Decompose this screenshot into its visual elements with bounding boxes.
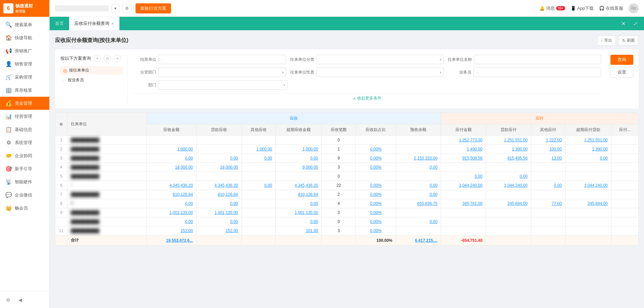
row-overdue-ar[interactable]: 0.00 <box>276 154 322 163</box>
row-overdue-ar[interactable]: 0.00 <box>276 217 322 226</box>
sidebar-item-operation[interactable]: 📊 经营管理 <box>0 110 49 123</box>
sidebar-item-marketing[interactable]: 📢 营销推广 <box>0 44 49 57</box>
row-ar-count[interactable]: 0 <box>322 136 356 145</box>
row-idx[interactable]: 2 <box>55 145 67 154</box>
row-ar-amount[interactable]: 1,001,135.00 <box>147 208 197 217</box>
branch-dept-control[interactable]: ▾ <box>158 68 286 77</box>
row-other-ap[interactable]: 0.00 <box>531 181 565 190</box>
filter-collapse-left-btn[interactable]: « <box>114 55 121 62</box>
row-ar-ratio[interactable]: 0.00% <box>356 217 396 226</box>
row-overdue-ap[interactable]: 1,390.00 <box>565 145 611 154</box>
row-ar-count[interactable]: 0 <box>322 217 356 226</box>
row-ar-ratio[interactable]: 0.00% <box>356 154 396 163</box>
sidebar-item-guide[interactable]: 🎯 新手引导 <box>0 162 49 175</box>
row-overdue-ap[interactable]: 3,044,240.00 <box>565 181 611 190</box>
row-loan-ap[interactable]: 1,390.00 <box>486 145 531 154</box>
row-ar-count[interactable]: 3 <box>322 226 356 235</box>
footer-ar-amount[interactable]: 19,553,472,6... <box>147 235 197 246</box>
row-idx[interactable]: 5 <box>55 172 67 181</box>
query-btn[interactable]: 查询 <box>610 55 633 65</box>
sidebar-item-search-menu[interactable]: 🔍 搜索菜单 <box>0 18 49 31</box>
row-idx[interactable]: 3 <box>55 154 67 163</box>
row-overdue-ar[interactable]: 810,126.64 <box>276 190 322 199</box>
sidebar-item-quick-nav[interactable]: 🏠 快捷导航 <box>0 31 49 44</box>
row-ar-amount[interactable]: 0.00 <box>147 154 197 163</box>
table-settings-icon[interactable]: ⚙ <box>59 122 63 127</box>
row-idx[interactable]: 1 <box>55 136 67 145</box>
row-ar-ratio[interactable]: 0.00% <box>356 163 396 172</box>
tab-ar-ap-close[interactable]: ✕ <box>111 22 114 26</box>
row-ar-count[interactable]: 4 <box>322 199 356 208</box>
row-overdue-ar[interactable]: 4,345,436.20 <box>276 181 322 190</box>
header-gear-btn[interactable]: ⚙ <box>122 4 131 13</box>
row-other-ap[interactable]: 100.00 <box>531 145 565 154</box>
row-ap-amount[interactable]: 915,508.56 <box>441 154 486 163</box>
footer-prepay[interactable]: 6,417,215.... <box>396 235 441 246</box>
row-overdue-ar[interactable]: 0.00 <box>276 199 322 208</box>
row-ar-count[interactable]: 9 <box>322 154 356 163</box>
tab-ar-ap-query[interactable]: 应收应付余额查询 ✕ <box>69 17 119 30</box>
row-loan-ar[interactable]: 152.00 <box>197 226 241 235</box>
row-other-ap[interactable]: 13.00 <box>531 154 565 163</box>
row-other-ar[interactable]: 0.00 <box>241 154 276 163</box>
row-overdue-ar[interactable]: 1,001,135.00 <box>276 208 322 217</box>
row-ar-amount[interactable]: 0.00 <box>147 199 197 208</box>
row-loan-ap[interactable]: 1,251,551.00 <box>486 136 531 145</box>
sidebar-item-hardware[interactable]: 📡 智能硬件 <box>0 175 49 188</box>
export-btn[interactable]: ↑ 导出 <box>597 36 616 45</box>
row-loan-ap[interactable]: 3,044,240.00 <box>486 181 531 190</box>
filter-settings-btn[interactable]: ⊙ <box>104 55 111 62</box>
row-ar-ratio[interactable]: 0.00% <box>356 226 396 235</box>
row-ap-amount[interactable]: 3,044,240.00 <box>441 181 486 190</box>
row-loan-ar[interactable]: 0.00 <box>197 199 241 208</box>
sidebar-item-enterprise[interactable]: 🤝 企业协同 <box>0 149 49 162</box>
setting-btn[interactable]: 设置 <box>610 67 633 78</box>
row-prepay[interactable]: 0.00 <box>396 163 441 172</box>
row-overdue-ar[interactable]: 101.00 <box>276 226 322 235</box>
filter-option-by-staff[interactable]: ○ 按业务员 <box>60 76 123 84</box>
app-download-btn[interactable]: 📱 App下载 <box>571 5 594 11</box>
row-prepay[interactable]: 2,153,333.00 <box>396 154 441 163</box>
row-loan-ar[interactable]: 0.00 <box>197 154 241 163</box>
row-ar-amount[interactable]: 18,000.00 <box>147 163 197 172</box>
row-overdue-ar[interactable]: 1,000.00 <box>276 145 322 154</box>
row-loan-ap[interactable]: 0.00 <box>486 172 531 181</box>
sidebar-item-sales[interactable]: 👤 销售管理 <box>0 57 49 71</box>
row-prepay[interactable]: 0.00 <box>396 217 441 226</box>
row-loan-ap[interactable]: 345,684.00 <box>486 199 531 208</box>
collapse-more-btn[interactable]: ∧ 收起更多条件 <box>133 93 601 103</box>
row-ar-ratio[interactable]: 0.00% <box>356 190 396 199</box>
row-ar-count[interactable]: 3 <box>322 163 356 172</box>
row-ar-count[interactable]: 1 <box>322 145 356 154</box>
row-ar-count[interactable]: 0 <box>322 172 356 181</box>
row-overdue-ar[interactable]: 9,000.00 <box>276 163 322 172</box>
row-overdue-ap[interactable]: 1,251,551.00 <box>565 136 611 145</box>
filter-add-btn[interactable]: + <box>94 55 101 62</box>
row-ar-count[interactable]: 22 <box>322 181 356 190</box>
online-service-btn[interactable]: 🎧 在线客服 <box>599 5 623 11</box>
row-prepay[interactable]: 655,636.75 <box>396 199 441 208</box>
row-other-ar[interactable]: 0.00 <box>241 181 276 190</box>
row-loan-ar[interactable]: 4,345,436.20 <box>197 181 241 190</box>
header-dropdown-btn[interactable]: ▾ <box>111 4 119 12</box>
row-overdue-ap[interactable]: 345,684.00 <box>565 199 611 208</box>
row-ar-amount[interactable]: 810,126.64 <box>147 190 197 199</box>
th-settings[interactable]: ⚙ <box>55 113 67 136</box>
tab-home[interactable]: 首页 <box>50 17 69 30</box>
row-ar-amount[interactable]: 152.00 <box>147 226 197 235</box>
row-ap-amount[interactable]: 0.00 <box>441 172 486 181</box>
sidebar-item-finance[interactable]: 💰 资金管理 <box>0 97 49 110</box>
unit-name-input[interactable] <box>476 57 599 62</box>
row-other-ap[interactable]: 77.00 <box>531 199 565 208</box>
user-avatar[interactable]: Rit <box>629 3 639 13</box>
row-ar-amount[interactable]: 0.00 <box>147 217 197 226</box>
sidebar-item-purchase[interactable]: 🛒 采购管理 <box>0 71 49 84</box>
row-ar-ratio[interactable]: 0.00% <box>356 145 396 154</box>
salesperson-control[interactable]: ··· <box>473 68 601 77</box>
row-loan-ar[interactable]: 1,001,135.00 <box>197 208 241 217</box>
tab-expand-btn[interactable]: ⤢ <box>631 19 640 28</box>
row-idx[interactable]: 8 <box>55 199 67 208</box>
unit-nature-control[interactable]: ▾ <box>316 68 443 77</box>
row-idx[interactable]: 6 <box>55 181 67 190</box>
row-loan-ar[interactable]: 810,126.64 <box>197 190 241 199</box>
